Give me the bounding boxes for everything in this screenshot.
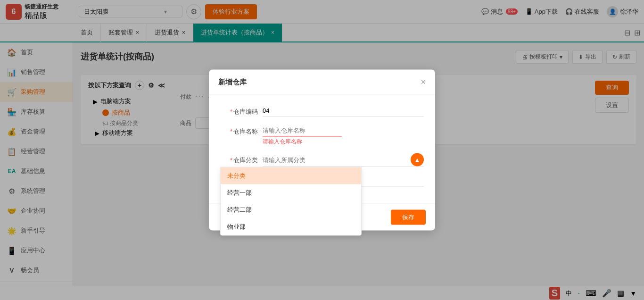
name-error-msg: 请输入仓库名称 <box>263 138 424 146</box>
name-label: *仓库名称 <box>220 125 258 136</box>
dropdown-item-3[interactable]: 物业部 <box>221 218 361 235</box>
modal-header: 新增仓库 × <box>209 70 435 95</box>
modal-close-button[interactable]: × <box>421 77 426 87</box>
dropdown-item-2[interactable]: 经营二部 <box>221 201 361 218</box>
save-button[interactable]: 保存 <box>391 210 426 225</box>
dropdown-item-0[interactable]: 未分类 <box>221 167 361 184</box>
category-label: *仓库分类 <box>220 153 258 165</box>
code-input[interactable] <box>263 105 424 117</box>
category-input-wrap: ▲ 未分类 经营一部 经营二部 物业部 <box>263 153 424 167</box>
modal-body: *仓库编码 *仓库名称 请输入仓库名称 *仓库分类 <box>209 95 435 204</box>
name-input-wrap: 请输入仓库名称 <box>263 125 424 146</box>
form-group-name: *仓库名称 请输入仓库名称 <box>220 125 424 146</box>
modal-new-warehouse: 新增仓库 × *仓库编码 *仓库名称 请输入仓库名称 <box>209 70 435 231</box>
name-input[interactable] <box>263 125 342 137</box>
modal-title: 新增仓库 <box>218 78 247 87</box>
form-group-code: *仓库编码 <box>220 105 424 117</box>
category-toggle-btn[interactable]: ▲ <box>411 153 424 167</box>
form-group-category: *仓库分类 ▲ 未分类 经营一部 经营二部 物业部 <box>220 153 424 167</box>
dropdown-item-1[interactable]: 经营一部 <box>221 184 361 201</box>
code-label: *仓库编码 <box>220 105 258 116</box>
category-dropdown: 未分类 经营一部 经营二部 物业部 <box>220 167 362 236</box>
category-input-area: ▲ <box>263 153 424 167</box>
category-input[interactable] <box>263 154 411 166</box>
